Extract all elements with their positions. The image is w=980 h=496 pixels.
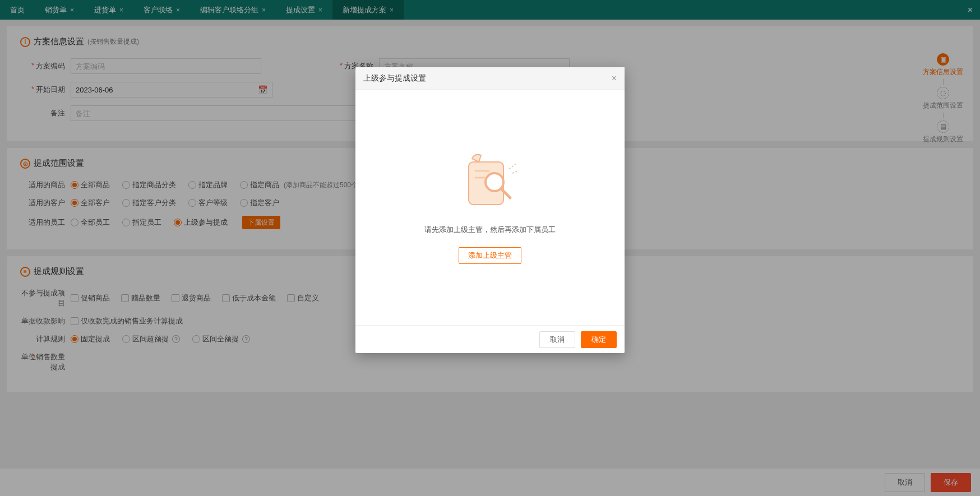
modal-overlay[interactable]: 上级参与提成设置 × 请先添加上级主管，然后再添加下属员工 添加上级主管 取消 … [0,0,980,496]
superior-setting-modal: 上级参与提成设置 × 请先添加上级主管，然后再添加下属员工 添加上级主管 取消 … [355,67,625,353]
modal-confirm-button[interactable]: 确定 [581,331,617,348]
empty-illustration [456,151,524,212]
modal-close-icon[interactable]: × [612,73,617,84]
modal-header: 上级参与提成设置 × [355,67,625,90]
modal-footer: 取消 确定 [355,325,625,353]
modal-title: 上级参与提成设置 [363,73,426,84]
modal-body: 请先添加上级主管，然后再添加下属员工 添加上级主管 [355,90,625,325]
modal-cancel-button[interactable]: 取消 [539,331,575,348]
add-superior-button[interactable]: 添加上级主管 [459,247,521,264]
modal-message: 请先添加上级主管，然后再添加下属员工 [424,225,556,235]
